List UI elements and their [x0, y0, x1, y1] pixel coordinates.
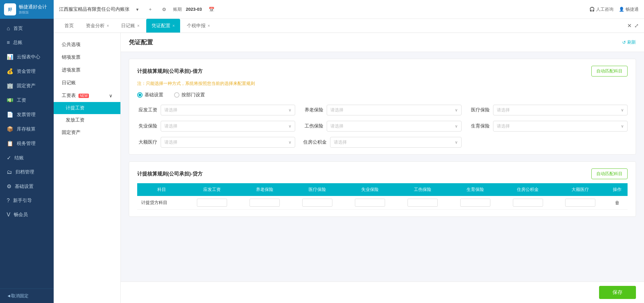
topbar-right: 🎧 人工咨询 👤 畅捷通 — [589, 6, 639, 12]
credit-section-title: 计提核算规则(公司承担)-贷方 — [137, 171, 203, 177]
tab-journal-close[interactable]: × — [137, 23, 140, 28]
sidebar-item-fixed[interactable]: 🏢 固定资产 — [0, 79, 54, 93]
input-salary[interactable] — [197, 199, 227, 207]
sidebar-item-salary[interactable]: 💵 工资 — [0, 93, 54, 107]
table-row: 计提贷方科目 🗑 — [137, 196, 628, 210]
th-injury: 工伤保险 — [396, 183, 449, 196]
form-item-housing: 住房公积金 请选择 ∨ — [303, 137, 461, 148]
sidebar-label-guide: 新手引导 — [13, 198, 32, 204]
sidebar-item-home[interactable]: ⌂ 首页 — [0, 21, 54, 36]
big-medical-select[interactable]: 请选择 ∨ — [161, 137, 295, 148]
delete-row-button[interactable]: 🗑 — [615, 200, 620, 205]
sidebar-item-member[interactable]: V 畅会员 — [0, 208, 54, 222]
unemployment-select[interactable]: 请选择 ∨ — [161, 121, 295, 132]
housing-placeholder: 请选择 — [334, 139, 347, 145]
left-menu-sales-invoice[interactable]: 销项发票 — [54, 51, 120, 64]
user-button[interactable]: 👤 畅捷通 — [619, 6, 639, 12]
credit-table: 科目 应发工资 养老保险 医疗保险 失业保险 工伤保险 生育保险 住房公积金 大… — [137, 183, 628, 210]
radio-basic-dot — [139, 94, 141, 96]
birth-arrow: ∨ — [621, 124, 624, 129]
sidebar-item-tax[interactable]: 📋 税务管理 — [0, 136, 54, 151]
sidebar-item-guide[interactable]: ? 新手引导 — [0, 194, 54, 208]
left-menu-purchase-label: 进项发票 — [62, 67, 80, 73]
logo-title: 畅捷通好会计 — [19, 4, 47, 10]
left-menu-public[interactable]: 公共选项 — [54, 38, 120, 51]
fixed-assets-label: 固定资产 — [62, 130, 80, 136]
tab-home[interactable]: 首页 — [59, 19, 79, 33]
medical-select[interactable]: 请选择 ∨ — [493, 105, 628, 115]
input-birth[interactable] — [460, 199, 490, 207]
logo-icon: 好 — [4, 3, 16, 15]
input-unemployment[interactable] — [355, 199, 385, 207]
expand-button[interactable]: ⤢ — [634, 22, 639, 29]
sidebar-label-fixed: 固定资产 — [17, 83, 36, 89]
left-menu-purchase-invoice[interactable]: 进项发票 — [54, 64, 120, 77]
tab-tax-label: 个税申报 — [187, 23, 206, 29]
close-tab-button[interactable]: ✕ — [627, 22, 632, 29]
refresh-button[interactable]: ↺ 刷新 — [622, 39, 636, 45]
tab-capital-analysis[interactable]: 资金分析 × — [80, 19, 114, 33]
th-action: 操作 — [607, 183, 628, 196]
save-bar: 保存 — [121, 282, 644, 303]
tab-tax-report[interactable]: 个税申报 × — [181, 19, 215, 33]
add-account-button[interactable]: ＋ — [145, 5, 155, 14]
radio-dept[interactable]: 按部门设置 — [174, 92, 205, 98]
cancel-fixed-label: ◄取消固定 — [7, 293, 29, 299]
form-item-unemployment: 失业保险 请选择 ∨ — [137, 121, 295, 132]
save-button[interactable]: 保存 — [599, 286, 636, 299]
tab-home-label: 首页 — [64, 23, 74, 29]
housing-select[interactable]: 请选择 ∨ — [330, 137, 461, 148]
input-housing[interactable] — [513, 199, 543, 207]
sidebar-label-settle: 结账 — [14, 155, 24, 161]
sidebar-item-ledger[interactable]: ≡ 总账 — [0, 36, 54, 50]
sidebar-item-reports[interactable]: 📊 云报表中心 — [0, 50, 54, 64]
sidebar-label-archive: 归档管理 — [15, 169, 34, 175]
left-menu-salary-table[interactable]: 工资表 NEW ∨ — [54, 89, 120, 102]
consult-button[interactable]: 🎧 人工咨询 — [589, 6, 613, 12]
sidebar-item-capital[interactable]: 💰 资金管理 — [0, 64, 54, 79]
tab-voucher-close[interactable]: × — [172, 23, 175, 28]
tab-journal[interactable]: 日记账 × — [116, 19, 145, 33]
sidebar-item-basic[interactable]: ⚙ 基础设置 — [0, 179, 54, 194]
salary-table-badge: NEW — [78, 94, 89, 98]
tab-tax-close[interactable]: × — [208, 23, 210, 28]
input-medical[interactable] — [302, 199, 332, 207]
sidebar-item-invoice[interactable]: 📄 发票管理 — [0, 107, 54, 122]
logo-sub: 旗舰版 — [19, 10, 47, 15]
birth-select[interactable]: 请选择 ∨ — [493, 121, 628, 132]
row-salary — [186, 196, 238, 210]
input-pension[interactable] — [250, 199, 280, 207]
left-menu-calc-salary[interactable]: 计提工资 — [54, 102, 120, 114]
credit-auto-match-button[interactable]: 自动匹配科目 — [591, 168, 628, 179]
tab-voucher-config[interactable]: 凭证配置 × — [146, 19, 180, 33]
cancel-fixed-button[interactable]: ◄取消固定 — [0, 289, 54, 303]
settings-button[interactable]: ⚙ — [159, 5, 169, 13]
sidebar-item-inventory[interactable]: 📦 库存核算 — [0, 122, 54, 136]
input-big-medical[interactable] — [565, 199, 595, 207]
right-content: 凭证配置 ↺ 刷新 计提核算规则(公司承担)-借方 自动匹配科目 注：只能选择一… — [121, 33, 644, 303]
inventory-icon: 📦 — [7, 126, 13, 132]
input-injury[interactable] — [408, 199, 438, 207]
left-menu-fixed-assets[interactable]: 固定资产 — [54, 126, 120, 139]
sidebar-item-settle[interactable]: ✓ 结账 — [0, 151, 54, 165]
pension-select[interactable]: 请选择 ∨ — [327, 105, 461, 115]
salary-select[interactable]: 请选择 ∨ — [161, 105, 295, 115]
debit-auto-match-button[interactable]: 自动匹配科目 — [591, 66, 628, 77]
injury-select[interactable]: 请选择 ∨ — [327, 121, 461, 132]
debit-section-title: 计提核算规则(公司承担)-借方 — [137, 68, 203, 74]
tabs-actions: ✕ ⤢ — [627, 22, 639, 29]
left-menu-pay-salary[interactable]: 发放工资 — [54, 114, 120, 126]
tab-capital-close[interactable]: × — [107, 23, 109, 28]
row-pension — [238, 196, 291, 210]
left-menu-journal[interactable]: 日记账 — [54, 77, 120, 89]
row-birth — [449, 196, 501, 210]
credit-section-header: 计提核算规则(公司承担)-贷方 自动匹配科目 — [137, 168, 628, 179]
calendar-button[interactable]: 📅 — [206, 5, 217, 13]
debit-form-grid: 应发工资 请选择 ∨ 养老保险 请选择 ∨ — [137, 105, 628, 148]
period-value: 2023-03 — [186, 7, 202, 12]
radio-basic[interactable]: 基础设置 — [137, 92, 163, 98]
sidebar-item-archive[interactable]: 🗂 归档管理 — [0, 165, 54, 179]
injury-label: 工伤保险 — [303, 123, 323, 129]
form-item-medical: 医疗保险 请选择 ∨ — [470, 105, 628, 115]
company-dropdown-button[interactable]: ▾ — [133, 5, 141, 13]
